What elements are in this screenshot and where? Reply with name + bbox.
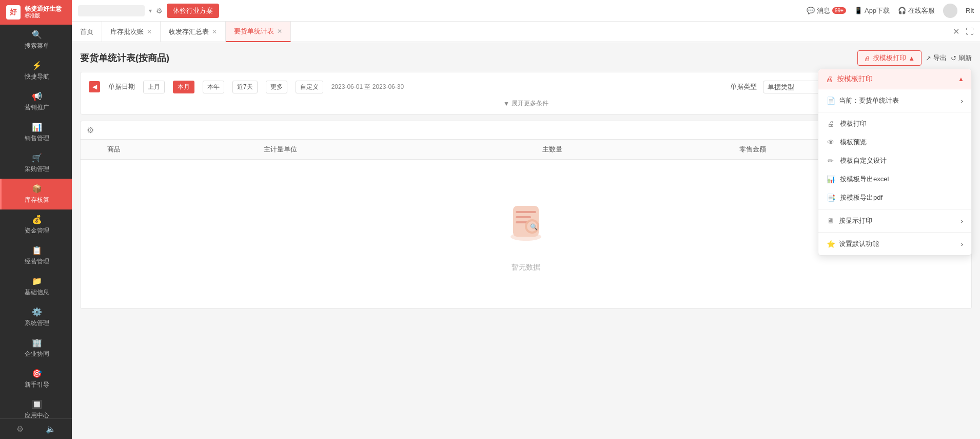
sidebar-item-apps[interactable]: 🔲 应用中心 xyxy=(0,394,72,418)
sidebar-item-system[interactable]: ⚙️ 系统管理 xyxy=(0,302,72,333)
dropdown-template-pdf[interactable]: 📑 按模板导出pdf xyxy=(818,188,971,207)
dropdown-current-chevron: › xyxy=(961,97,963,105)
page-title: 要货单统计表(按商品) xyxy=(80,52,169,64)
sidebar-item-guide[interactable]: 🎯 新手引导 xyxy=(0,364,72,394)
sidebar-item-operations[interactable]: 📋 经营管理 xyxy=(0,240,72,271)
tab-home[interactable]: 首页 xyxy=(72,22,102,42)
display-print-label: 按显示打印 xyxy=(839,216,872,225)
sidebar-item-label: 采购管理 xyxy=(25,165,49,174)
page-header: 要货单统计表(按商品) 🖨 按模板打印 ▲ ↗ 导出 ↺ 刷新 xyxy=(80,50,972,66)
sidebar-item-label: 企业协同 xyxy=(25,350,49,358)
export-button-label: 导出 xyxy=(933,53,947,63)
sidebar-item-label: 搜索菜单 xyxy=(25,42,49,50)
app-logo: 好 畅捷通好生意 标准版 xyxy=(0,0,72,25)
template-print-icon: 🖨 xyxy=(827,120,835,128)
sidebar-item-quicknav[interactable]: ⚡ 快捷导航 xyxy=(0,55,72,86)
dropdown-current-label: 当前：要货单统计表 xyxy=(839,96,899,105)
dropdown-current-item[interactable]: 📄 当前：要货单统计表 › xyxy=(818,91,971,110)
printer-icon: 🖨 xyxy=(864,54,871,62)
collapse-icon[interactable]: ◀ xyxy=(89,81,100,92)
sidebar-item-label: 快捷导航 xyxy=(25,72,49,81)
template-print-label: 模板打印 xyxy=(840,119,867,128)
dropdown-default-section: ⭐ 设置默认功能 › xyxy=(818,233,971,255)
export-button[interactable]: ↗ 导出 xyxy=(926,53,947,63)
sidebar-item-label: 应用中心 xyxy=(25,411,49,418)
search-input[interactable] xyxy=(78,5,145,16)
sidebar-item-marketing[interactable]: 📢 营销推广 xyxy=(0,86,72,117)
logo-icon: 好 xyxy=(6,5,21,20)
table-settings-icon[interactable]: ⚙ xyxy=(87,125,94,135)
sidebar-item-inventory[interactable]: 📦 库存核算 xyxy=(0,179,72,209)
svg-rect-3 xyxy=(516,216,531,218)
online-service-button[interactable]: 🎧 在线客服 xyxy=(898,6,935,15)
app-name: 畅捷通好生意 xyxy=(25,5,62,12)
tab-batch-account[interactable]: 库存批次账 ✕ xyxy=(102,22,161,42)
dropdown-default-func[interactable]: ⭐ 设置默认功能 › xyxy=(818,235,971,253)
print-button[interactable]: 🖨 按模板打印 ▲ xyxy=(857,50,922,66)
display-print-chevron: › xyxy=(961,217,963,225)
dropdown-template-design[interactable]: ✏ 模板自定义设计 xyxy=(818,151,971,170)
app-version: 标准版 xyxy=(25,12,62,20)
export-icon: ↗ xyxy=(926,54,931,62)
headset-icon: 🎧 xyxy=(898,7,906,14)
sidebar-item-search[interactable]: 🔍 搜索菜单 xyxy=(0,25,72,55)
search-icon: 🔍 xyxy=(32,30,42,40)
close-all-btn[interactable]: ✕ xyxy=(951,25,962,39)
refresh-button-label: 刷新 xyxy=(958,53,972,63)
message-button[interactable]: 💬 消息 99+ xyxy=(807,6,846,15)
sidebar-item-label: 系统管理 xyxy=(25,319,49,328)
lightning-icon: ⚡ xyxy=(32,61,42,70)
date-btn-more[interactable]: 更多 xyxy=(266,81,287,93)
app-download-button[interactable]: 📱 App下载 xyxy=(854,6,890,15)
sidebar-item-enterprise[interactable]: 🏢 企业协同 xyxy=(0,333,72,364)
tab-receive-summary[interactable]: 收发存汇总表 ✕ xyxy=(161,22,226,42)
dropdown-close-chevron[interactable]: ▲ xyxy=(958,75,964,83)
tab-receive-summary-close[interactable]: ✕ xyxy=(212,28,217,35)
default-func-label: 设置默认功能 xyxy=(839,239,879,249)
empty-icon: 🔍 xyxy=(500,196,552,257)
sidebar-scroll: 🔍 搜索菜单 ⚡ 快捷导航 📢 营销推广 📊 销售管理 🛒 采购管理 📦 库存核… xyxy=(0,25,72,418)
maximize-btn[interactable]: ⛶ xyxy=(964,25,976,39)
sound-footer-btn[interactable]: 🔈 xyxy=(46,424,56,434)
dropdown-print-icon: 🖨 xyxy=(826,75,833,83)
main-content: ▾ ⚙ 体验行业方案 💬 消息 99+ 📱 App下载 🎧 在线客服 Rit 首… xyxy=(72,0,980,439)
date-btn-7days[interactable]: 近7天 xyxy=(232,81,258,93)
sidebar-footer: ⚙ 🔈 xyxy=(0,418,72,439)
date-btn-prev-month[interactable]: 上月 xyxy=(143,81,165,93)
message-badge: 99+ xyxy=(832,7,846,14)
date-btn-this-year[interactable]: 本年 xyxy=(203,81,224,93)
dropdown-header: 🖨 按模板打印 ▲ xyxy=(818,69,971,89)
avatar[interactable] xyxy=(943,4,957,18)
date-btn-custom[interactable]: 自定义 xyxy=(296,81,323,93)
sidebar-item-finance[interactable]: 💰 资金管理 xyxy=(0,209,72,240)
current-template-icon: 📄 xyxy=(827,97,835,105)
dropdown-template-preview[interactable]: 👁 模板预览 xyxy=(818,133,971,151)
date-btn-this-month[interactable]: 本月 xyxy=(173,81,194,93)
date-range: 2023-06-01 至 2023-06-30 xyxy=(331,83,404,91)
sidebar-item-basic[interactable]: 📁 基础信息 xyxy=(0,271,72,302)
default-func-chevron: › xyxy=(961,240,963,248)
col-quantity: 主数量 xyxy=(536,140,733,160)
expand-button[interactable]: ▼ 展开更多条件 xyxy=(503,99,548,108)
sidebar-item-purchase[interactable]: 🛒 采购管理 xyxy=(0,148,72,179)
dropdown-current-section: 📄 当前：要货单统计表 › xyxy=(818,89,971,112)
money-icon: 💰 xyxy=(32,215,42,224)
clipboard-icon: 📋 xyxy=(32,245,42,255)
dropdown-arrow-icon[interactable]: ▾ xyxy=(149,7,152,14)
grid-icon: 🔲 xyxy=(32,399,42,409)
display-print-icon: 🖥 xyxy=(827,217,835,225)
tab-order-stats-close[interactable]: ✕ xyxy=(277,28,282,35)
message-icon: 💬 xyxy=(807,7,815,14)
tab-order-stats[interactable]: 要货单统计表 ✕ xyxy=(226,22,291,42)
trial-button[interactable]: 体验行业方案 xyxy=(167,4,219,18)
dropdown-template-excel[interactable]: 📊 按模板导出excel xyxy=(818,170,971,188)
dropdown-display-print[interactable]: 🖥 按显示打印 › xyxy=(818,212,971,230)
refresh-button[interactable]: ↺ 刷新 xyxy=(951,53,972,63)
download-icon: 📱 xyxy=(854,7,863,14)
topbar-gear-icon[interactable]: ⚙ xyxy=(156,7,163,15)
dropdown-template-print[interactable]: 🖨 模板打印 xyxy=(818,114,971,133)
settings-footer-btn[interactable]: ⚙ xyxy=(16,424,24,434)
tab-batch-account-close[interactable]: ✕ xyxy=(147,28,152,35)
template-excel-icon: 📊 xyxy=(827,175,835,183)
sidebar-item-sales[interactable]: 📊 销售管理 xyxy=(0,117,72,148)
